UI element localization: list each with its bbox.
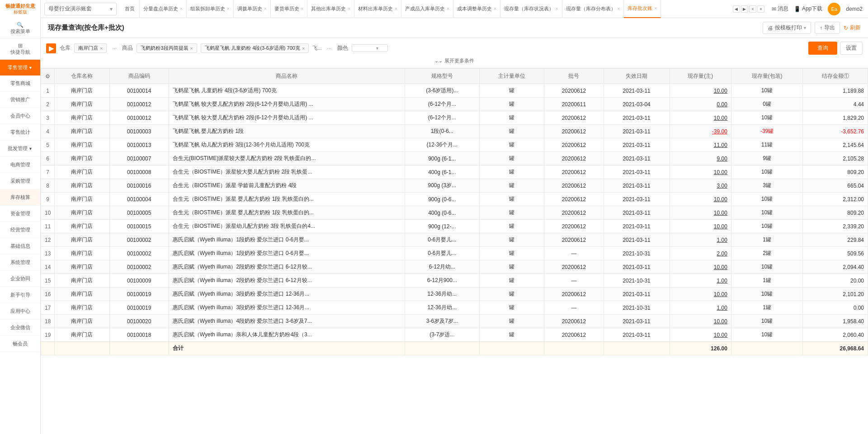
tab-10[interactable]: 现存量（库存分布表） × (562, 0, 624, 18)
search-label: 搜索菜单 (2, 28, 38, 35)
username[interactable]: demo2 (846, 6, 863, 12)
goods-tag-2[interactable]: 飞鹤星飞帆 儿童奶粉 4段(3-6岁适用) 700克 × (201, 43, 309, 53)
sidebar-item-wholesale[interactable]: 批发管理 ▼ (0, 141, 40, 157)
tab-4[interactable]: 要货单历史 × (271, 0, 308, 18)
sidebar-item-finance[interactable]: 资金管理 (0, 206, 40, 222)
tab-7[interactable]: 产成品入库单历史 × (401, 0, 453, 18)
sidebar-item-operations[interactable]: 经营管理 (0, 222, 40, 238)
sidebar-item-inventory[interactable]: 库存核算 (0, 189, 40, 206)
sidebar-item-member[interactable]: 会员中心 (0, 108, 40, 124)
quick-nav-icon: ⊞ (18, 42, 23, 49)
expand-more-btn[interactable]: ⌄⌄ 展开更多条件 (46, 57, 863, 64)
tab-3[interactable]: 调拨单历史 × (234, 0, 271, 18)
tab-2[interactable]: 组装拆卸单历史 × (187, 0, 234, 18)
member-label: 会员中心 (10, 113, 30, 118)
user-avatar[interactable]: Ea (828, 3, 840, 15)
table-row: 17 南岸门店 00100019 惠氏启赋（Wyeth illuma）3段奶粉 … (41, 301, 868, 315)
message-icon: ✉ (772, 6, 776, 12)
table-row: 15 南岸门店 00100009 惠氏启赋（Wyeth illuma）2段奶粉 … (41, 274, 868, 288)
sidebar-item-ecommerce[interactable]: 电商管理 (0, 157, 40, 173)
export-btn[interactable]: ↑ 导出 (815, 22, 840, 34)
warehouse-more-icon[interactable]: ··· (110, 45, 118, 52)
inventory-label: 库存核算 (10, 194, 30, 200)
sidebar-item-retail-stats[interactable]: 零售统计 (0, 124, 40, 141)
tab-5[interactable]: 其他出库单历史 × (307, 0, 354, 18)
goods-tag-1[interactable]: 飞鹤奶粉3段丙筒提装 × (137, 43, 197, 53)
print-icon: 🖨 (768, 25, 773, 31)
sidebar-item-member2[interactable]: 畅会员 (0, 336, 40, 352)
goods-more-icon[interactable]: ··· (326, 45, 334, 52)
goods-tag-1-close-icon[interactable]: × (190, 46, 193, 51)
table-row: 5 南岸门店 00100013 飞鹤星飞帆 幼儿配方奶粉 3段(12-36个月幼… (41, 138, 868, 152)
col-name: 商品名称 (169, 69, 405, 84)
dropdown-arrow-icon: ▾ (110, 6, 113, 12)
color-select-arrow-icon: ▾ (376, 46, 378, 51)
wechat-label: 企业微信 (10, 325, 30, 330)
col-batch: 批号 (544, 69, 604, 84)
goods-tag-1-text: 飞鹤奶粉3段丙筒提装 (141, 45, 188, 52)
basics-label: 基础信息 (10, 243, 30, 249)
tab-home[interactable]: 首页 (120, 0, 140, 18)
sidebar-item-basics[interactable]: 基础信息 (0, 238, 40, 255)
sidebar-item-app-center[interactable]: 应用中心 (0, 303, 40, 320)
export-label: 导出 (824, 24, 835, 32)
table-row: 1 南岸门店 00100014 飞鹤星飞帆 儿童奶粉 4段(3-6岁适用) 70… (41, 84, 868, 98)
sidebar-item-purchase[interactable]: 采购管理 (0, 173, 40, 189)
color-select[interactable]: ▾ (352, 44, 388, 52)
sidebar-search[interactable]: 🔍 搜索菜单 (0, 18, 40, 39)
tab-6[interactable]: 材料出库单历史 × (354, 0, 401, 18)
sidebar-item-guide[interactable]: 新手引导 (0, 287, 40, 303)
sidebar-item-retail-mall[interactable]: 零售商城 (0, 75, 40, 92)
total-label: 合计 (169, 342, 405, 355)
table-row: 13 南岸门店 00100002 惠氏启赋（Wyeth illuma）1段奶粉 … (41, 247, 868, 260)
tab-8[interactable]: 成本调整单历史 × (453, 0, 500, 18)
tab-next-btn[interactable]: ▶ (741, 5, 748, 13)
filter-toggle-btn[interactable]: ▶ (46, 43, 56, 53)
export-icon: ↑ (820, 25, 822, 31)
print-label: 按模板打印 (775, 24, 802, 32)
tabs-container: 首页 分量盘点单历史 × 组装拆卸单历史 × 调拨单历史 × 要货单历史 × 其… (120, 0, 731, 18)
table-container: ⚙ 仓库名称 商品编码 商品名称 规格型号 主计量单位 批号 失效日期 现存量(… (41, 68, 868, 434)
settings-button[interactable]: 设置 (840, 42, 863, 55)
tab-1[interactable]: 分量盘点单历史 × (140, 0, 187, 18)
table-row: 4 南岸门店 00100003 飞鹤星飞帆 婴儿配方奶粉 1段 1段(0-6..… (41, 125, 868, 138)
warehouse-tag[interactable]: 南岸门店 × (74, 43, 107, 53)
tab-close-all-btn[interactable]: × (749, 5, 756, 13)
warehouse-tag-close-icon[interactable]: × (100, 46, 103, 51)
total-qty-main: 126.00 (670, 342, 731, 355)
goods-filter-label: 商品 (122, 44, 133, 52)
sidebar-quick-nav[interactable]: ⊞ 快捷导航 (0, 39, 40, 60)
sidebar-item-system[interactable]: 系统管理 (0, 255, 40, 271)
sidebar-item-collab[interactable]: 企业协同 (0, 271, 40, 287)
tab-active[interactable]: 库存批次账 × (624, 0, 661, 18)
company-dropdown[interactable]: 母婴行业演示账套 ▾ (44, 3, 117, 15)
col-unit: 主计量单位 (479, 69, 544, 84)
message-btn[interactable]: ✉ 消息 (772, 5, 788, 13)
search-button[interactable]: 查询 (808, 42, 837, 55)
tab-prev-btn[interactable]: ◀ (733, 5, 740, 13)
col-spec: 规格型号 (405, 69, 479, 84)
sidebar-item-retail-mgmt[interactable]: 零售管理 ▼ (0, 60, 40, 75)
table-row: 12 南岸门店 00100002 惠氏启赋（Wyeth illuma）1段奶粉 … (41, 233, 868, 247)
sidebar-item-marketing[interactable]: 营销推广 (0, 92, 40, 108)
tab-menu-btn[interactable]: ≡ (757, 5, 764, 13)
wholesale-label: 批发管理 (8, 145, 28, 152)
operations-label: 经营管理 (10, 227, 30, 232)
goods-tag-2-close-icon[interactable]: × (302, 46, 305, 51)
sidebar-item-wechat[interactable]: 企业微信 (0, 320, 40, 336)
app-label: App下载 (802, 5, 822, 13)
settings-col-icon[interactable]: ⚙ (45, 73, 50, 80)
total-row: 合计 126.00 26,968.64 (41, 342, 868, 355)
expand-label: 展开更多条件 (444, 57, 474, 64)
col-settings[interactable]: ⚙ (41, 69, 55, 84)
page-title: 现存量查询(按仓库+批次) (48, 24, 124, 32)
print-btn[interactable]: 🖨 按模板打印 ▾ (763, 22, 811, 34)
purchase-label: 采购管理 (10, 178, 30, 184)
app-download-btn[interactable]: 📱 App下载 (794, 5, 822, 13)
warehouse-tag-text: 南岸门店 (78, 45, 98, 52)
table-row: 10 南岸门店 00100005 合生元（BIOSTIME）派星 婴儿配方奶粉 … (41, 206, 868, 220)
expand-icon: ⌄⌄ (434, 58, 443, 64)
table-row: 16 南岸门店 00100019 惠氏启赋（Wyeth illuma）3段奶粉 … (41, 288, 868, 301)
tab-9[interactable]: 现存量（库存状况表） × (500, 0, 562, 18)
refresh-btn[interactable]: ↻ 刷新 (844, 24, 861, 32)
